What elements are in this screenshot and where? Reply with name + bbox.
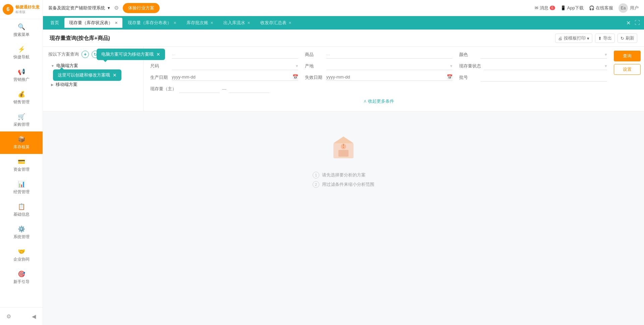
tab-summary-close[interactable]: ✕ (288, 21, 291, 25)
sidebar-label-3: 销售管理 (13, 99, 30, 105)
tab-home[interactable]: 首页 (46, 18, 64, 28)
sidebar-item-营销推广[interactable]: 📢营销推广 (0, 64, 43, 87)
batch-input[interactable] (481, 73, 607, 82)
size-select[interactable]: ▾ (172, 62, 298, 70)
tab-flow-close[interactable]: ✕ (247, 21, 250, 25)
sidebar-item-新手引导[interactable]: 🎯新手引导 (0, 266, 43, 289)
filter-row2: 尺码 ▾ 产地 ▾ 现存量状态 ▾ (150, 62, 607, 70)
logo-icon: 6 (3, 4, 13, 15)
reset-btn[interactable]: 设置 (614, 64, 641, 75)
sidebar-item-资金管理[interactable]: 💳资金管理 (0, 154, 43, 176)
tab-inventory-status[interactable]: 现存量（库存状况表） ✕ (64, 18, 122, 28)
expiry-date-input[interactable] (326, 74, 446, 79)
inventory-max-input[interactable] (229, 85, 269, 93)
production-calendar-icon[interactable]: 📅 (292, 74, 298, 79)
tab-inventory-dist[interactable]: 现存量（库存分布表） ✕ (123, 18, 181, 28)
expiry-calendar-icon[interactable]: 📅 (447, 74, 452, 79)
tab-flow[interactable]: 出入库流水 ✕ (219, 18, 255, 28)
empty-step1: 1 请先选择要分析的方案 (313, 172, 374, 178)
tooltip-desktop-scheme: 电脑方案可设为移动方案哦 ✕ (97, 49, 165, 60)
production-date-input[interactable] (172, 74, 291, 79)
sidebar-icon-7: 📊 (18, 180, 25, 188)
filter-warehouse: 仓库 ··· (150, 51, 298, 59)
sidebar: 6 畅捷通好生意 标准版 🔍搜索菜单⚡快捷导航📢营销推广💰销售管理🛒采购管理📦库… (0, 0, 43, 325)
avatar: Ea (619, 3, 628, 13)
tab-batch-account-close[interactable]: ✕ (210, 21, 213, 25)
filter-batch: 批号 (459, 73, 607, 82)
message-btn[interactable]: ✉ 消息 6 (535, 5, 555, 11)
app-download-btn[interactable]: 📱 App下载 (560, 5, 584, 11)
sidebar-item-快捷导航[interactable]: ⚡快捷导航 (0, 42, 43, 64)
user-menu[interactable]: Ea 用户 (619, 3, 639, 13)
tab-inventory-dist-label: 现存量（库存分布表） (128, 20, 171, 26)
tab-summary[interactable]: 收发存汇总表 ✕ (256, 18, 296, 28)
online-support-btn[interactable]: 🎧 在线客服 (589, 5, 613, 11)
svg-point-5 (343, 147, 344, 148)
sidebar-icon-3: 💰 (18, 91, 25, 98)
expiry-date-label: 失效日期 (305, 74, 324, 80)
collapse-more-btn[interactable]: ∧ 收起更多条件 (150, 96, 607, 107)
sidebar-item-系统管理[interactable]: ⚙️系统管理 (0, 221, 43, 244)
settings-btn[interactable]: ⚙ (3, 310, 15, 322)
stock-status-arrow-icon: ▾ (605, 63, 607, 68)
inventory-min-input[interactable] (179, 85, 219, 93)
tooltip2-close[interactable]: ✕ (113, 72, 117, 78)
experience-btn[interactable]: 体验行业方案 (123, 3, 160, 13)
filter-row1: 仓库 ··· 商品 ··· 颜色 ▾ (150, 51, 607, 59)
sidebar-item-经营管理[interactable]: 📊经营管理 (0, 176, 43, 199)
expiry-date-input-wrap: 📅 (326, 74, 453, 81)
scheme-desktop-header[interactable]: ▼ 电脑端方案 (51, 61, 138, 70)
stock-status-label: 现存量状态 (459, 63, 481, 69)
close-all-tab-icon[interactable]: ✕ (625, 18, 632, 28)
sidebar-item-搜索菜单[interactable]: 🔍搜索菜单 (0, 19, 43, 42)
sidebar-nav: 🔍搜索菜单⚡快捷导航📢营销推广💰销售管理🛒采购管理📦库存核算💳资金管理📊经营管理… (0, 19, 43, 307)
sidebar-item-采购管理[interactable]: 🛒采购管理 (0, 109, 43, 131)
filter-right-panel: 仓库 ··· 商品 ··· 颜色 ▾ (144, 47, 614, 111)
sidebar-label-4: 采购管理 (13, 122, 30, 127)
search-btn[interactable]: 查询 (614, 51, 641, 61)
sidebar-item-销售管理[interactable]: 💰销售管理 (0, 87, 43, 109)
scheme-mobile-arrow-icon: ▶ (51, 83, 54, 87)
stock-status-select[interactable]: ▾ (484, 62, 607, 70)
size-arrow-icon: ▾ (296, 63, 298, 68)
settings-gear-icon[interactable]: ⚙ (114, 5, 119, 11)
sidebar-item-库存核算[interactable]: 📦库存核算 (0, 131, 43, 154)
system-selector[interactable]: 装备及固定资产辅助管理系统 ▾ (48, 5, 110, 11)
origin-label: 产地 (305, 63, 324, 69)
filter-row3: 生产日期 📅 失效日期 📅 批号 (150, 73, 607, 82)
sidebar-item-企业协同[interactable]: 🤝企业协同 (0, 244, 43, 266)
message-label: 消息 (540, 5, 548, 11)
collapse-btn[interactable]: ◀ (28, 310, 40, 322)
warehouse-select[interactable]: ··· (172, 51, 298, 59)
refresh-btn[interactable]: ↻ 刷新 (618, 34, 637, 43)
scheme-mobile-header[interactable]: ▶ 移动端方案 (51, 80, 138, 89)
batch-label: 批号 (459, 74, 478, 80)
filter-size: 尺码 ▾ (150, 62, 298, 70)
app-download-label: App下载 (567, 5, 584, 11)
export-btn[interactable]: ⬆ 导出 (595, 34, 615, 43)
sidebar-icon-0: 🔍 (18, 23, 25, 31)
tab-bar: 首页 现存量（库存状况表） ✕ 现存量（库存分布表） ✕ 库存批次账 ✕ 出入库… (43, 16, 644, 30)
filter-origin: 产地 ▾ (305, 62, 453, 70)
system-dropdown-icon: ▾ (108, 5, 110, 10)
sidebar-label-10: 企业协同 (13, 257, 30, 262)
sidebar-label-9: 系统管理 (13, 234, 30, 240)
origin-select[interactable]: ▾ (326, 62, 453, 70)
maximize-icon[interactable]: ⛶ (633, 18, 641, 28)
filter-add-btn[interactable]: + (82, 51, 89, 58)
color-select[interactable]: ▾ (481, 51, 607, 59)
goods-select[interactable]: ··· (326, 51, 453, 59)
topbar: 装备及固定资产辅助管理系统 ▾ ⚙ 体验行业方案 ✉ 消息 6 📱 App下载 … (43, 0, 644, 16)
tab-batch-account[interactable]: 库存批次账 ✕ (182, 18, 218, 28)
sidebar-item-基础信息[interactable]: 📋基础信息 (0, 199, 43, 221)
page-title-row: 现存量查询(按仓库+商品) 🖨 按模板打印 ▾ ⬆ 导出 ↻ 刷新 (50, 34, 637, 46)
template-print-btn[interactable]: 🖨 按模板打印 ▾ (555, 34, 592, 43)
filter-left-panel: 按以下方案查询 + ↻ « 电脑方案可设为移动方案哦 ✕ 这里可以创建和修改方案… (43, 47, 144, 111)
tab-flow-label: 出入库流水 (223, 20, 245, 26)
refresh-icon: ↻ (621, 36, 624, 41)
tab-inventory-dist-close[interactable]: ✕ (173, 21, 176, 25)
tooltip1-close[interactable]: ✕ (156, 52, 160, 57)
tab-inventory-status-close[interactable]: ✕ (115, 21, 118, 25)
brand-name: 畅捷通好生意 (15, 5, 40, 10)
tab-inventory-status-label: 现存量（库存状况表） (69, 20, 113, 26)
